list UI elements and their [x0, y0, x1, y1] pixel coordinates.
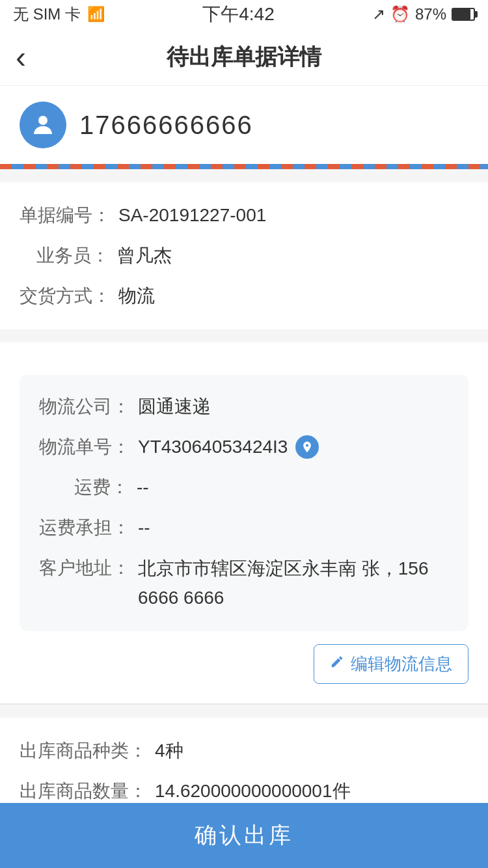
edit-logistics-label: 编辑物流信息: [351, 653, 452, 675]
company-label: 物流公司：: [39, 393, 138, 420]
section-divider: [0, 703, 488, 705]
company-value: 圆通速递: [138, 393, 449, 420]
tracking-label: 物流单号：: [39, 433, 138, 461]
salesman-label: 业务员：: [20, 242, 117, 269]
avatar: [20, 102, 66, 148]
delivery-value: 物流: [118, 282, 468, 310]
goods-quantity-row: 出库商品数量： 14.620000000000001件: [20, 778, 468, 805]
page-title: 待出库单据详情: [167, 42, 321, 72]
address-row: 客户地址： 北京市市辖区海淀区永丰南 张，156 6666 6666: [39, 554, 449, 613]
customer-header: 17666666666: [0, 86, 488, 164]
address-value: 北京市市辖区海淀区永丰南 张，156 6666 6666: [138, 554, 449, 613]
location-icon: ↗: [372, 5, 385, 23]
decorative-border: [0, 164, 488, 169]
freight-row: 运费： --: [39, 474, 449, 501]
order-no-label: 单据编号：: [20, 202, 118, 229]
freight-bear-label: 运费承担：: [39, 514, 138, 541]
goods-type-row: 出库商品种类： 4种: [20, 737, 468, 765]
logistics-card: 物流公司： 圆通速递 物流单号： YT43064053424I3 运费： -- …: [20, 375, 468, 631]
svg-point-0: [38, 116, 47, 125]
status-left: 无 SIM 卡 📶: [13, 4, 105, 25]
edit-area: 编辑物流信息: [20, 631, 468, 684]
edit-icon: [330, 655, 344, 673]
status-right: ↗ ⏰ 87%: [372, 5, 475, 23]
freight-bear-row: 运费承担： --: [39, 514, 449, 541]
order-no-value: SA-20191227-001: [118, 202, 468, 229]
goods-quantity-value: 14.620000000000001件: [155, 778, 468, 805]
salesman-row: 业务员： 曾凡杰: [20, 242, 468, 269]
confirm-outbound-button[interactable]: 确认出库: [0, 803, 488, 868]
map-location-icon[interactable]: [295, 435, 319, 459]
bottom-area: 确认出库: [0, 803, 488, 868]
freight-value: --: [137, 474, 449, 501]
back-button[interactable]: ‹: [16, 39, 26, 75]
customer-section: 17666666666: [0, 86, 488, 169]
goods-type-value: 4种: [155, 737, 468, 765]
freight-bear-value: --: [138, 514, 449, 541]
battery-label: 87%: [415, 5, 446, 23]
battery-icon: [452, 8, 475, 21]
goods-quantity-label: 出库商品数量：: [20, 778, 155, 805]
carrier-label: 无 SIM 卡: [13, 4, 81, 25]
tracking-value: YT43064053424I3: [138, 433, 449, 461]
goods-type-label: 出库商品种类：: [20, 737, 155, 765]
address-label: 客户地址：: [39, 554, 138, 582]
time-label: 下午4:42: [202, 2, 275, 27]
company-row: 物流公司： 圆通速递: [39, 393, 449, 420]
status-bar: 无 SIM 卡 📶 下午4:42 ↗ ⏰ 87%: [0, 0, 488, 29]
customer-phone: 17666666666: [79, 111, 253, 140]
wifi-icon: 📶: [87, 6, 105, 23]
salesman-value: 曾凡杰: [117, 242, 468, 269]
edit-logistics-button[interactable]: 编辑物流信息: [314, 644, 468, 684]
alarm-icon: ⏰: [390, 5, 410, 23]
basic-info-section: 单据编号： SA-20191227-001 业务员： 曾凡杰 交货方式： 物流: [0, 182, 488, 329]
order-no-row: 单据编号： SA-20191227-001: [20, 202, 468, 229]
delivery-label: 交货方式：: [20, 282, 118, 310]
freight-label: 运费：: [39, 474, 137, 501]
nav-bar: ‹ 待出库单据详情: [0, 29, 488, 86]
delivery-row: 交货方式： 物流: [20, 282, 468, 310]
tracking-row: 物流单号： YT43064053424I3: [39, 433, 449, 461]
logistics-section: 物流公司： 圆通速递 物流单号： YT43064053424I3 运费： -- …: [0, 342, 488, 703]
